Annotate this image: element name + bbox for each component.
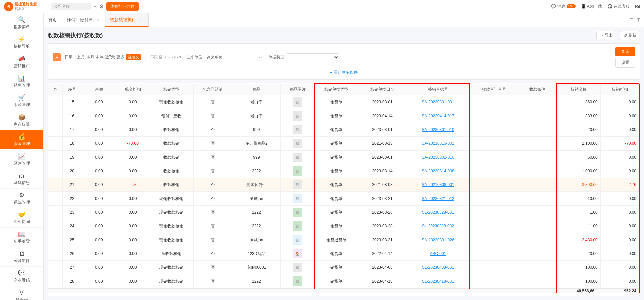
tab-minimize-icon[interactable]: ⊟ <box>629 17 634 23</box>
query-button[interactable]: 查询 <box>615 47 635 56</box>
col-balance: 余额 <box>82 84 116 95</box>
bill-no-link[interactable]: SL-20230328-002 <box>422 224 454 228</box>
cell-included-settled: 否 <box>193 151 232 164</box>
cell-writeoff-type: 收款核销 <box>150 164 193 178</box>
filter-area: » 日期 上月 本月 本年 近7天 更多 自定义 | 不限 至 2023-07-… <box>48 43 640 80</box>
settings-button[interactable]: 设置 <box>615 58 635 68</box>
bill-no-link[interactable]: SL-20230408-001 <box>422 265 454 270</box>
cell-settings <box>48 219 62 233</box>
partner-input[interactable] <box>204 54 257 61</box>
bill-no-link[interactable]: SL-20230328-001 <box>422 210 454 215</box>
sidebar-item-inventory[interactable]: 📦 库存核算 <box>0 111 43 130</box>
sidebar-item-basic-info[interactable]: 🗂 基础信息 <box>0 169 43 189</box>
top-bar-right: 💬 消息 99+ 📱 App下载 🎧 在线客服 Rit <box>551 4 640 9</box>
messages-btn[interactable]: 💬 消息 99+ <box>551 4 576 9</box>
tab-prepay-label: 预付冲应付单 <box>67 17 93 23</box>
cell-cash-discount: 0.00 <box>116 219 150 233</box>
cell-writeoff-amount: 20.00 <box>557 247 600 261</box>
bill-no-link[interactable]: SA-20230331-026 <box>422 238 454 242</box>
date-last-month[interactable]: 上月 <box>77 54 85 60</box>
date-7days[interactable]: 近7天 <box>105 54 115 60</box>
cell-settings <box>48 233 62 247</box>
sidebar-item-system[interactable]: ⚙ 系统管理 <box>0 189 43 208</box>
cell-included-settled: 否 <box>193 192 232 206</box>
bill-no-link[interactable]: SA-20230301-010 <box>422 155 454 160</box>
col-writeoff-bill-date: 核销单据日期 <box>358 84 407 95</box>
cell-cash-discount: -70.00 <box>116 137 150 151</box>
tab-home[interactable]: 首页 <box>44 13 62 27</box>
tab-writeoff[interactable]: 收款核销执行 × <box>105 13 149 27</box>
cell-seq: 27 <box>62 261 82 274</box>
cell-writeoff-discount: 0.00 <box>600 206 639 219</box>
bill-no-link[interactable]: SA-20230321-012 <box>422 196 454 201</box>
date-range-display-group: 不限 至 2023-07-26 <box>150 55 182 60</box>
export-button[interactable]: ↗ 导出 <box>596 31 616 40</box>
page-title: 收款核销执行(按收款) <box>48 32 103 39</box>
solution-button[interactable]: 体验行业方案 <box>106 2 139 11</box>
cell-seq: 22 <box>62 192 82 206</box>
cell-writeoff-discount: -2.76 <box>600 178 639 192</box>
bill-no-link[interactable]: ABC-001 <box>430 251 446 256</box>
online-service-btn[interactable]: 🎧 在线客服 <box>607 4 630 9</box>
bill-no-link[interactable]: SA-20210813-001 <box>422 141 454 146</box>
tab-prepay-close[interactable]: × <box>95 17 100 23</box>
dropdown-arrow[interactable]: ▾ <box>94 4 96 9</box>
user-name[interactable]: Rit <box>635 4 640 9</box>
settings-icon[interactable]: ⚙ <box>99 3 104 10</box>
sidebar-item-shortcut[interactable]: ⚡ 快捷导航 <box>0 33 43 52</box>
bill-no-link[interactable]: SA-20230314-008 <box>422 169 454 173</box>
cell-product-image: 🖼 <box>281 95 315 109</box>
sidebar-item-marketing[interactable]: 📣 营销推广 <box>0 52 43 72</box>
sidebar-item-sales[interactable]: 📊 销售管理 <box>0 72 43 91</box>
date-this-year[interactable]: 本年 <box>96 54 104 60</box>
cell-writeoff-discount: 0.00 <box>600 123 639 137</box>
cell-receipt-order-no <box>470 261 518 274</box>
cell-balance: 0.00 <box>82 261 116 274</box>
filter-expand-button[interactable]: » <box>53 53 61 61</box>
tab-maximize-icon[interactable]: ⊞ <box>636 17 641 23</box>
sidebar-item-label: 智能硬件 <box>14 258 30 264</box>
table-container[interactable]: ⚙ 序号 余额 现金折扣 核销类型 包含已结清 商品 商品图片 核销单据类型 核… <box>48 83 640 296</box>
app-download-btn[interactable]: 📱 App下载 <box>581 4 602 9</box>
sidebar-item-vip[interactable]: V 畅会员 <box>0 286 43 300</box>
sidebar-item-collab[interactable]: 🤝 企业协同 <box>0 208 43 228</box>
col-settings[interactable]: ⚙ <box>48 84 62 95</box>
sidebar-item-hardware[interactable]: 🖥 智能硬件 <box>0 247 43 267</box>
cell-product: 999 <box>232 123 281 137</box>
bill-no-link[interactable]: SL-20230418-001 <box>422 279 454 284</box>
sidebar-item-purchase[interactable]: 🛒 采购管理 <box>0 91 43 111</box>
cell-product: 测试jun <box>232 233 281 247</box>
sidebar-item-finance[interactable]: 💰 资金管理 <box>0 130 43 150</box>
tab-bar: 首页 预付冲应付单 × 收款核销执行 × ⊟ ⊞ <box>44 13 644 27</box>
messages-badge: 99+ <box>567 4 576 8</box>
guide-icon: 📖 <box>18 231 25 237</box>
receipt-type-select[interactable] <box>286 53 339 61</box>
sidebar-item-guide[interactable]: 📖 新手引导 <box>0 228 43 247</box>
table-row: 15 0.00 0.00 现销收款核销 否 老白干 🖼 销货单 2023-03-… <box>48 95 639 109</box>
bill-no-link[interactable]: SA-20230414-017 <box>422 114 454 118</box>
company-name[interactable]: 公司名称 <box>51 3 91 10</box>
sidebar-item-wechat[interactable]: 💬 企业微信 <box>0 267 43 286</box>
date-custom[interactable]: 自定义 <box>126 54 141 60</box>
cell-writeoff-bill-type: 销货单 <box>315 164 358 178</box>
bill-no-link[interactable]: SA-20230301-010 <box>422 127 454 132</box>
expand-more-button[interactable]: ▾ 展开更多条件 <box>330 70 358 75</box>
refresh-button[interactable]: ↺ 刷新 <box>620 31 640 40</box>
sidebar-item-operations[interactable]: 📈 经营管理 <box>0 150 43 169</box>
col-writeoff-discount: 核销折扣 <box>600 84 639 95</box>
cell-writeoff-type: 现销收款核销 <box>150 95 193 109</box>
bill-no-link[interactable]: SA-20230301-001 <box>422 100 454 104</box>
tab-writeoff-close[interactable]: × <box>138 17 144 23</box>
partner-dots[interactable]: ··· <box>259 55 264 60</box>
tab-prepay[interactable]: 预付冲应付单 × <box>62 13 105 27</box>
cell-product-image: 🖼 <box>281 219 315 233</box>
page-header-actions: ↗ 导出 ↺ 刷新 <box>596 31 640 40</box>
cell-balance: 0.00 <box>82 123 116 137</box>
bill-no-link[interactable]: SA-20210808-001 <box>422 182 454 187</box>
cell-receipt-condition <box>518 192 557 206</box>
cell-seq: 24 <box>62 219 82 233</box>
sidebar-item-search[interactable]: 🔍 搜索菜单 <box>0 13 43 33</box>
date-more[interactable]: 更多 <box>116 54 124 60</box>
cell-receipt-condition <box>518 164 557 178</box>
date-this-month[interactable]: 本月 <box>86 54 94 60</box>
